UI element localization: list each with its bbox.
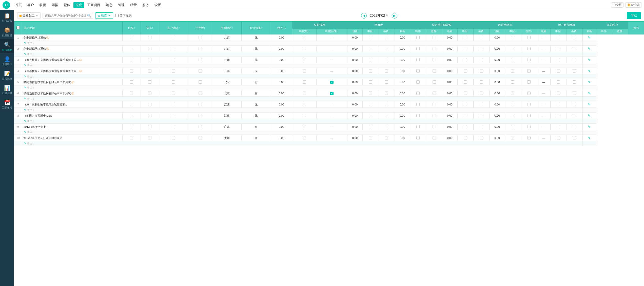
- row-done[interactable]: [188, 113, 212, 119]
- row-chaoshui[interactable]: [122, 79, 141, 85]
- sidebar-item-batch-tax[interactable]: 📦 批量报税: [0, 25, 14, 39]
- row-cs-fee[interactable]: [426, 101, 442, 108]
- row-edit[interactable]: ✎: [583, 34, 596, 41]
- row-yh-fee[interactable]: [567, 90, 582, 97]
- row-zz-cbao[interactable]: [363, 34, 379, 41]
- row-df-cbao[interactable]: [505, 124, 521, 130]
- row-cs-cbao[interactable]: [410, 135, 426, 141]
- row-done[interactable]: [188, 101, 212, 108]
- row-cs-cbao[interactable]: [410, 46, 426, 52]
- row-jy-fee[interactable]: [473, 135, 489, 141]
- row-zz-fee[interactable]: [379, 101, 395, 108]
- nav-msg[interactable]: 消息: [103, 2, 115, 8]
- row-cs-fee[interactable]: [426, 90, 442, 97]
- col-device[interactable]: 税控设备↑: [242, 22, 271, 34]
- row-edit[interactable]: ✎: [583, 113, 596, 119]
- row-yh-cbao[interactable]: [551, 113, 567, 119]
- row-yh-fee[interactable]: [567, 79, 582, 85]
- row-cbao-year[interactable]: [292, 79, 316, 85]
- row-qingka[interactable]: [141, 79, 159, 85]
- sidebar-item-tax-view[interactable]: 🔍 报税浏览: [0, 39, 14, 53]
- sub-caibao-month[interactable]: 申报(月/季)↑: [317, 29, 347, 34]
- row-kehu[interactable]: [159, 68, 188, 74]
- row-df-fee[interactable]: [521, 90, 537, 97]
- row-cbao-year[interactable]: [292, 90, 316, 97]
- row-df-cbao[interactable]: [505, 46, 521, 52]
- sub-cs-cbao[interactable]: 申报↑: [410, 29, 426, 34]
- nav-service[interactable]: 服务: [140, 2, 151, 8]
- row-yh-cbao[interactable]: [551, 90, 567, 97]
- row-qingka[interactable]: [141, 57, 159, 63]
- row-df-fee[interactable]: [521, 101, 537, 108]
- row-qingka[interactable]: [141, 113, 159, 119]
- row-zz-fee[interactable]: [379, 135, 395, 141]
- nav-tax[interactable]: 报税: [73, 2, 84, 8]
- nav-home[interactable]: 首页: [13, 2, 24, 8]
- row-edit[interactable]: ✎: [583, 46, 596, 52]
- row-yh-fee[interactable]: [567, 34, 582, 41]
- row-done[interactable]: [188, 68, 212, 74]
- row-cbao-year[interactable]: [292, 46, 316, 52]
- row-yh-fee[interactable]: [567, 57, 582, 63]
- row-df-fee[interactable]: [521, 135, 537, 141]
- row-cbao-year[interactable]: [292, 57, 316, 63]
- row-jy-cbao[interactable]: [457, 46, 473, 52]
- sub-df-fee[interactable]: 缴费↑: [567, 29, 582, 34]
- row-done[interactable]: [188, 34, 212, 41]
- sub-caibao-year[interactable]: 申报(年)↑: [292, 29, 316, 34]
- row-done[interactable]: [188, 57, 212, 63]
- row-cs-fee[interactable]: [426, 34, 442, 41]
- sub-zz-cbao[interactable]: 申报↑: [363, 29, 379, 34]
- row-yh-fee[interactable]: [567, 113, 582, 119]
- nav-accounting[interactable]: 记账: [61, 2, 73, 8]
- row-cbao-year[interactable]: [292, 101, 316, 108]
- search-input[interactable]: [43, 13, 93, 19]
- row-zz-cbao[interactable]: [363, 57, 379, 63]
- row-df-fee[interactable]: [521, 79, 537, 85]
- row-cs-cbao[interactable]: [410, 101, 426, 108]
- col-chaoshui[interactable]: 抄税↑: [122, 22, 141, 34]
- row-jy-fee[interactable]: [473, 46, 489, 52]
- row-done[interactable]: [188, 79, 212, 85]
- row-cs-fee[interactable]: [426, 46, 442, 52]
- row-df-fee[interactable]: [521, 57, 537, 63]
- sub-jy-fee2[interactable]: 缴费↑: [521, 29, 537, 34]
- row-df-cbao[interactable]: [505, 57, 521, 63]
- row-yh-cbao[interactable]: [551, 46, 567, 52]
- row-cs-fee[interactable]: [426, 57, 442, 63]
- employee-filter[interactable]: 全部员工 ▼: [17, 12, 41, 19]
- sub-cs-cbao2[interactable]: 申报↑: [457, 29, 473, 34]
- row-yh-cbao[interactable]: [551, 57, 567, 63]
- row-cs-fee[interactable]: [426, 113, 442, 119]
- row-cs-cbao[interactable]: [410, 68, 426, 74]
- row-df-cbao[interactable]: [505, 113, 521, 119]
- nav-invoice[interactable]: 票据: [49, 2, 61, 8]
- row-cbao-year[interactable]: [292, 124, 316, 130]
- row-df-fee[interactable]: [521, 124, 537, 130]
- row-zz-cbao[interactable]: [363, 101, 379, 108]
- sub-zz-fee[interactable]: 缴费↑: [379, 29, 395, 34]
- row-jy-fee[interactable]: [473, 79, 489, 85]
- row-jy-cbao[interactable]: [457, 34, 473, 41]
- row-df-cbao[interactable]: [505, 68, 521, 74]
- row-jy-cbao[interactable]: [457, 79, 473, 85]
- row-yh-fee[interactable]: [567, 101, 582, 108]
- row-edit[interactable]: ✎: [583, 57, 596, 63]
- row-yh-cbao[interactable]: [551, 101, 567, 108]
- row-zz-fee[interactable]: [379, 68, 395, 74]
- row-df-fee[interactable]: [521, 46, 537, 52]
- row-jy-fee[interactable]: [473, 113, 489, 119]
- row-jy-cbao[interactable]: [457, 90, 473, 97]
- col-kehu[interactable]: 客户确认↑: [159, 22, 188, 34]
- row-kehu[interactable]: [159, 34, 188, 41]
- filter-btn[interactable]: ⧉ 筛选 ▼: [95, 12, 113, 19]
- row-zz-fee[interactable]: [379, 34, 395, 41]
- row-edit[interactable]: ✎: [583, 79, 596, 85]
- row-edit[interactable]: ✎: [583, 124, 596, 130]
- nav-biz[interactable]: 工商项目: [85, 2, 103, 8]
- nav-manage[interactable]: 管理: [115, 2, 127, 8]
- row-cs-fee[interactable]: [426, 135, 442, 141]
- row-zz-fee[interactable]: [379, 124, 395, 130]
- row-kehu[interactable]: [159, 101, 188, 108]
- col-qingka[interactable]: 清卡↑: [141, 22, 159, 34]
